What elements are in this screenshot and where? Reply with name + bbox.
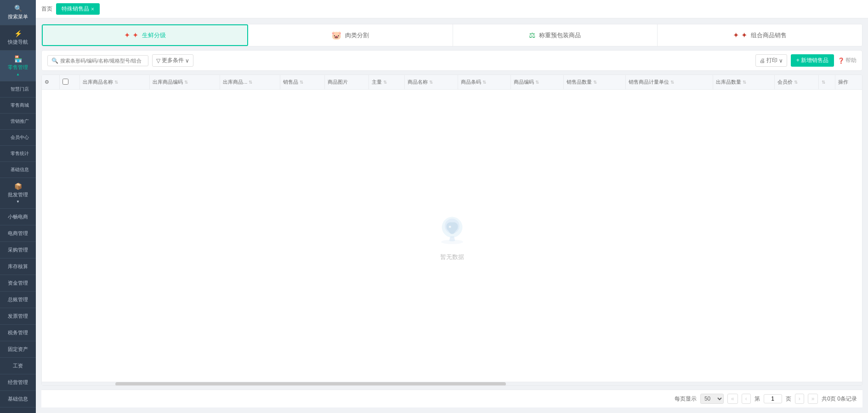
search-box[interactable]: 🔍: [47, 55, 148, 66]
th-settings[interactable]: ⚙: [42, 75, 59, 90]
print-arrow-icon: ∨: [779, 57, 783, 64]
search-input[interactable]: [60, 58, 143, 63]
sort-icon-out-qty: ⇅: [743, 80, 746, 85]
topbar-tab-close[interactable]: ×: [91, 6, 94, 12]
sidebar-item-finance[interactable]: 资金管理: [0, 275, 36, 292]
sidebar-item-quick-nav[interactable]: ⚡ 快捷导航: [0, 25, 36, 51]
sidebar-item-search-menu[interactable]: 🔍 搜索菜单: [0, 0, 36, 25]
tab-meat-split[interactable]: 🐷 肉类分割: [248, 24, 453, 46]
horizontal-scrollbar-thumb[interactable]: [115, 382, 506, 386]
th-empty[interactable]: ⇅: [819, 75, 835, 90]
sidebar-item-smart-store[interactable]: 智慧门店: [0, 81, 36, 98]
svg-point-3: [448, 225, 451, 228]
sidebar-item-retail-mall-label: 零售商城: [11, 102, 29, 109]
th-main-weight[interactable]: 主量 ⇅: [369, 75, 405, 90]
sort-icon-barcode: ⇅: [482, 80, 486, 85]
sidebar-item-wholesale-mgmt[interactable]: 📦 批发管理 ▼: [0, 178, 36, 209]
tab-combo-sales[interactable]: ✦ ✦ 组合商品销售: [658, 24, 862, 46]
sidebar-item-fixed-assets-label: 固定资产: [8, 346, 28, 353]
print-label: 打印: [766, 57, 777, 64]
topbar-home[interactable]: 首页: [41, 5, 52, 13]
prev-page-icon: ‹: [745, 396, 747, 402]
last-page-button[interactable]: »: [808, 394, 818, 404]
th-barcode-label: 商品条码: [461, 79, 481, 86]
data-table: ⚙ 出库商品名称 ⇅ 出库商: [42, 75, 862, 90]
sidebar-item-operations[interactable]: 经营管理: [0, 374, 36, 391]
filter-button[interactable]: ▽ 更多条件 ∨: [152, 54, 193, 67]
sidebar-item-basic-info2-label: 基础信息: [8, 396, 28, 402]
th-out-qty[interactable]: 出库品数量 ⇅: [713, 75, 774, 90]
th-out-code[interactable]: 出库商品编码 ⇅: [150, 75, 220, 90]
weight-pack-icon: ⚖: [529, 31, 535, 40]
th-out-code-label: 出库商品编码: [153, 79, 183, 86]
th-action: 操作: [835, 75, 862, 90]
th-barcode[interactable]: 商品条码 ⇅: [458, 75, 511, 90]
th-action-label: 操作: [838, 79, 848, 85]
filter-label: 更多条件: [162, 57, 184, 64]
th-out-qty-label: 出库品数量: [716, 79, 741, 86]
print-icon: 🖨: [760, 57, 765, 64]
th-product-name[interactable]: 商品名称 ⇅: [405, 75, 458, 90]
add-label: + 新增销售品: [796, 57, 828, 64]
sidebar-item-sales-promo-label: 营销推广: [11, 118, 29, 125]
select-all-checkbox[interactable]: [62, 79, 68, 85]
sidebar-item-inventory-label: 库存核算: [8, 263, 28, 270]
th-out-name[interactable]: 出库商品名称 ⇅: [79, 75, 150, 90]
sidebar-item-invoice[interactable]: 发票管理: [0, 308, 36, 325]
th-sale-unit[interactable]: 销售商品计量单位 ⇅: [625, 75, 713, 90]
sidebar-item-mini-ecom[interactable]: 小畅电商: [0, 209, 36, 225]
first-page-icon: «: [731, 396, 734, 402]
sidebar-item-sales-promo[interactable]: 营销推广: [0, 114, 36, 130]
prev-page-button[interactable]: ‹: [742, 394, 751, 404]
sidebar-item-retail-mall[interactable]: 零售商城: [0, 98, 36, 114]
table-header: ⚙ 出库商品名称 ⇅ 出库商: [42, 75, 862, 90]
sidebar-item-general-ledger[interactable]: 总账管理: [0, 292, 36, 308]
th-product-img: 商品图片: [324, 75, 369, 90]
sidebar-item-basic-info[interactable]: 基础信息: [0, 162, 36, 178]
sidebar-item-basic-info2[interactable]: 基础信息: [0, 391, 36, 407]
empty-text: 暂无数据: [440, 253, 464, 261]
sort-icon-sale-item: ⇅: [300, 80, 303, 85]
sidebar-item-general-ledger-label: 总账管理: [8, 296, 28, 303]
help-button[interactable]: ❓ 帮助: [838, 57, 857, 64]
th-out-spec[interactable]: 出库商品... ⇅: [220, 75, 280, 90]
page-number-input[interactable]: [764, 394, 782, 403]
search-icon: 🔍: [51, 57, 58, 64]
page-suffix-label: 页: [786, 395, 791, 403]
next-page-button[interactable]: ›: [795, 394, 804, 404]
th-checkbox[interactable]: [59, 75, 79, 90]
sidebar-item-retail-mgmt[interactable]: 🏪 零售管理 ▲: [0, 51, 36, 81]
first-page-button[interactable]: «: [727, 394, 738, 404]
sidebar-item-wages[interactable]: 工资: [0, 358, 36, 374]
sidebar-item-sys-mgmt[interactable]: 系统管理: [0, 407, 36, 413]
tab-fresh-grade[interactable]: ✦ ✦ 生鲜分级: [42, 24, 248, 46]
sidebar-item-membership-label: 会员中心: [11, 134, 29, 141]
topbar-active-tab[interactable]: 特殊销售品 ×: [56, 3, 100, 15]
print-button[interactable]: 🖨 打印 ∨: [755, 54, 787, 67]
sidebar-item-retail-stats-label: 零售统计: [11, 150, 29, 157]
page-size-select[interactable]: 50 20 100: [700, 394, 724, 404]
tab-weight-pack[interactable]: ⚖ 称重预包装商品: [453, 24, 658, 46]
horizontal-scrollbar[interactable]: [42, 382, 862, 385]
th-member-price[interactable]: 会员价 ⇅: [774, 75, 819, 90]
sidebar: 🔍 搜索菜单 ⚡ 快捷导航 🏪 零售管理 ▲ 智慧门店 零售商城 营销推广 会员…: [0, 0, 36, 413]
sort-icon-member-price: ⇅: [794, 80, 798, 85]
sidebar-item-wages-label: 工资: [13, 362, 23, 369]
th-product-code[interactable]: 商品编码 ⇅: [511, 75, 564, 90]
sidebar-item-ecom-mgmt[interactable]: 电商管理: [0, 225, 36, 242]
sidebar-item-fixed-assets[interactable]: 固定资产: [0, 341, 36, 358]
data-table-container: ⚙ 出库商品名称 ⇅ 出库商: [41, 75, 862, 386]
sidebar-item-inventory[interactable]: 库存核算: [0, 258, 36, 275]
add-sales-item-button[interactable]: + 新增销售品: [791, 54, 834, 67]
topbar: 首页 特殊销售品 ×: [36, 0, 868, 18]
sidebar-item-tax[interactable]: 税务管理: [0, 325, 36, 341]
th-sale-qty[interactable]: 销售品数量 ⇅: [564, 75, 625, 90]
th-sale-item-label: 销售品: [283, 79, 298, 86]
sidebar-item-purchase-mgmt-label: 采购管理: [8, 247, 28, 253]
sidebar-item-finance-label: 资金管理: [8, 280, 28, 287]
sidebar-item-purchase-mgmt[interactable]: 采购管理: [0, 242, 36, 258]
sidebar-item-membership[interactable]: 会员中心: [0, 130, 36, 146]
th-sale-item[interactable]: 销售品 ⇅: [280, 75, 325, 90]
sidebar-item-smart-store-label: 智慧门店: [11, 86, 29, 92]
sidebar-item-retail-stats[interactable]: 零售统计: [0, 146, 36, 162]
